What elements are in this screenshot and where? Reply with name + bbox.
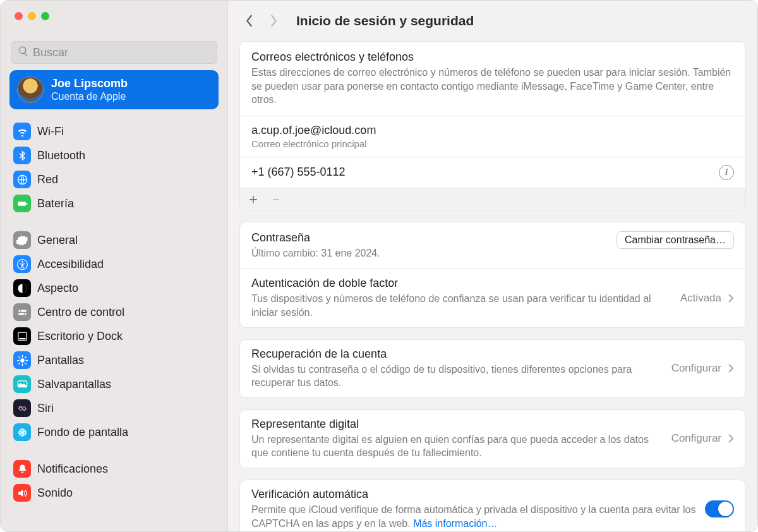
legacy-title: Representante digital xyxy=(251,418,665,431)
screensaver-icon xyxy=(13,375,31,393)
sidebar-item-wifi[interactable]: Wi-Fi xyxy=(9,119,219,143)
recovery-title: Recuperación de la cuenta xyxy=(251,348,665,361)
nav-group-2: GeneralAccesibilidadAspectoCentro de con… xyxy=(9,228,219,444)
avatar xyxy=(17,76,44,103)
svg-rect-1 xyxy=(18,202,26,205)
legacy-status: Configurar xyxy=(671,432,721,445)
sidebar-item-appearance[interactable]: Aspecto xyxy=(9,276,219,300)
phone-value: +1 (667) 555-0112 xyxy=(251,166,713,179)
sidebar-item-label: Centro de control xyxy=(37,306,124,319)
dock-icon xyxy=(13,327,31,345)
remove-button[interactable]: － xyxy=(269,192,283,206)
zoom-window-button[interactable] xyxy=(41,12,49,20)
back-button[interactable] xyxy=(242,13,257,28)
search-field[interactable] xyxy=(11,41,217,64)
add-button[interactable]: ＋ xyxy=(246,192,260,206)
email-row-primary[interactable]: a.cup.of.joe@icloud.com Correo electróni… xyxy=(240,116,745,157)
recovery-row[interactable]: Recuperación de la cuenta Si olvidas tu … xyxy=(240,340,745,397)
sidebar-item-control-center[interactable]: Centro de control xyxy=(9,300,219,324)
auto-verify-toggle[interactable] xyxy=(705,500,734,517)
sidebar-item-screensaver[interactable]: Salvapantallas xyxy=(9,372,219,396)
globe-icon xyxy=(13,171,31,188)
change-password-button[interactable]: Cambiar contraseña… xyxy=(617,231,734,249)
appearance-icon xyxy=(13,279,31,297)
legacy-contact-row[interactable]: Representante digital Un representante d… xyxy=(240,410,745,468)
svg-rect-6 xyxy=(18,310,27,311)
sidebar-item-label: Escritorio y Dock xyxy=(37,330,123,343)
svg-point-24 xyxy=(21,431,23,433)
minimize-window-button[interactable] xyxy=(28,12,36,20)
sidebar-item-label: Bluetooth xyxy=(37,149,85,162)
sidebar-item-label: General xyxy=(37,234,78,247)
nav-group-3: NotificacionesSonido xyxy=(9,457,219,505)
sidebar-item-label: Pantallas xyxy=(37,354,84,367)
sidebar-item-label: Aspecto xyxy=(37,282,78,295)
auto-verify-card: Verificación automática Permite que iClo… xyxy=(239,480,746,531)
phone-row[interactable]: +1 (667) 555-0112 i xyxy=(240,157,745,188)
sidebar-item-bell[interactable]: Notificaciones xyxy=(9,457,219,481)
info-icon[interactable]: i xyxy=(719,165,734,180)
sidebar-item-bluetooth[interactable]: Bluetooth xyxy=(9,143,219,167)
control-center-icon xyxy=(13,303,31,321)
nav-group-1: Wi-FiBluetoothRedBatería xyxy=(9,119,219,215)
sidebar-item-wallpaper[interactable]: Fondo de pantalla xyxy=(9,420,219,444)
window-controls xyxy=(1,1,227,32)
sidebar-item-siri[interactable]: Siri xyxy=(9,396,219,420)
auto-verify-desc: Permite que iCloud verifique de forma au… xyxy=(251,503,699,530)
sidebar-item-globe[interactable]: Red xyxy=(9,167,219,191)
recovery-card: Recuperación de la cuenta Si olvidas tu … xyxy=(239,339,746,398)
svg-rect-7 xyxy=(18,313,27,315)
speaker-icon xyxy=(13,484,31,502)
sidebar-item-gear[interactable]: General xyxy=(9,228,219,252)
wifi-icon xyxy=(13,123,31,140)
sidebar-item-battery[interactable]: Batería xyxy=(9,191,219,215)
bluetooth-icon xyxy=(13,147,31,164)
content-pane: Inicio de sesión y seguridad Correos ele… xyxy=(228,1,757,531)
sidebar-item-label: Batería xyxy=(37,197,74,210)
forward-button[interactable] xyxy=(266,13,281,28)
sidebar-nav: Wi-FiBluetoothRedBatería GeneralAccesibi… xyxy=(1,119,227,531)
sidebar: Joe Lipscomb Cuenta de Apple Wi-FiBlueto… xyxy=(1,1,228,531)
sidebar-item-accessibility[interactable]: Accesibilidad xyxy=(9,252,219,276)
search-input[interactable] xyxy=(33,46,210,59)
list-edit-tools: ＋ － xyxy=(240,188,745,210)
account-card[interactable]: Joe Lipscomb Cuenta de Apple xyxy=(9,70,219,109)
recovery-status: Configurar xyxy=(671,362,721,375)
search-icon xyxy=(18,45,29,59)
email-sub: Correo electrónico principal xyxy=(251,138,734,149)
sidebar-item-label: Sonido xyxy=(37,487,73,500)
emails-desc: Estas direcciones de correo electrónico … xyxy=(251,66,734,107)
wallpaper-icon xyxy=(13,423,31,441)
sidebar-item-displays[interactable]: Pantallas xyxy=(9,348,219,372)
close-window-button[interactable] xyxy=(15,12,23,20)
svg-point-4 xyxy=(21,261,23,263)
displays-icon xyxy=(13,351,31,369)
auto-verify-title: Verificación automática xyxy=(251,488,699,501)
sidebar-item-label: Red xyxy=(37,173,58,186)
sidebar-item-speaker[interactable]: Sonido xyxy=(9,481,219,505)
svg-point-9 xyxy=(23,313,25,314)
two-factor-desc: Tus dispositivos y números de teléfono d… xyxy=(251,292,674,319)
svg-rect-11 xyxy=(19,337,25,339)
svg-line-17 xyxy=(18,356,20,358)
sidebar-item-label: Fondo de pantalla xyxy=(37,426,128,439)
legacy-contact-card: Representante digital Un representante d… xyxy=(239,409,746,468)
sidebar-item-label: Notificaciones xyxy=(37,462,108,476)
two-factor-row[interactable]: Autenticación de doble factor Tus dispos… xyxy=(240,269,745,327)
siri-icon xyxy=(13,399,31,417)
sidebar-item-dock[interactable]: Escritorio y Dock xyxy=(9,324,219,348)
two-factor-title: Autenticación de doble factor xyxy=(251,277,674,290)
page-title: Inicio de sesión y seguridad xyxy=(296,13,474,28)
sidebar-item-label: Wi-Fi xyxy=(37,125,64,138)
sidebar-item-label: Salvapantallas xyxy=(37,378,111,391)
chevron-right-icon xyxy=(728,294,734,303)
accessibility-icon xyxy=(13,255,31,273)
password-sub: Último cambio: 31 ene 2024. xyxy=(251,246,380,260)
svg-point-8 xyxy=(20,310,21,311)
chevron-right-icon xyxy=(728,364,734,373)
settings-window: Joe Lipscomb Cuenta de Apple Wi-FiBlueto… xyxy=(0,0,758,532)
learn-more-link[interactable]: Más información… xyxy=(413,518,497,529)
recovery-desc: Si olvidas tu contraseña o el código de … xyxy=(251,363,665,390)
svg-rect-2 xyxy=(26,202,27,204)
sidebar-item-label: Accesibilidad xyxy=(37,258,104,271)
